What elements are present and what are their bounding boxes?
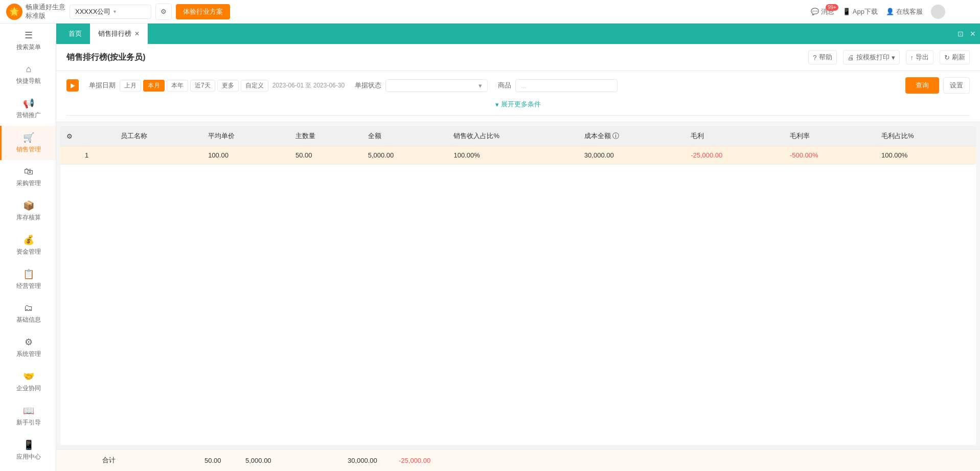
td-avg-price: 100.00	[202, 146, 289, 165]
filter-row-1: ▶ 单据日期 上月 本月 本年 近7天 更多 自定义 2023-06-01 至 …	[66, 77, 970, 94]
th-gross-ratio: 毛利占比%	[875, 126, 976, 146]
refresh-icon: ↻	[944, 54, 950, 61]
close-window-icon[interactable]: ✕	[970, 30, 976, 38]
sidebar-item-label: 采购管理	[16, 179, 41, 188]
td-quantity: 50.00	[289, 146, 362, 165]
sidebar-item-shortcut[interactable]: ⌂ 快捷导航	[0, 58, 56, 92]
sidebar-item-label: 快捷导航	[16, 77, 41, 85]
help-button[interactable]: ? 帮助	[808, 50, 836, 64]
maximize-icon[interactable]: ⊡	[958, 30, 964, 38]
td-gross: -25,000.00	[685, 146, 784, 165]
sidebar-item-label: 资金管理	[16, 248, 41, 256]
content-area: 首页 销售排行榜 ✕ ⊡ ✕ 销售排行榜(按业务员) ? 帮助	[56, 24, 980, 471]
sidebar-item-label: 应用中心	[16, 453, 41, 461]
marketing-icon: 📢	[23, 98, 34, 109]
th-amount: 全额	[362, 126, 448, 146]
date-btn-this-year[interactable]: 本年	[167, 80, 188, 92]
finance-icon: 💰	[23, 234, 34, 245]
sidebar-item-search[interactable]: ☰ 搜索菜单	[0, 24, 56, 58]
sidebar-item-basic[interactable]: 🗂 基础信息	[0, 297, 56, 330]
date-range-text: 2023-06-01 至 2023-06-30	[272, 81, 345, 90]
sidebar-item-sales[interactable]: 🛒 销售管理	[0, 126, 56, 160]
date-btn-7days[interactable]: 近7天	[190, 80, 215, 92]
th-gross: 毛利	[685, 126, 784, 146]
date-btn-custom[interactable]: 自定义	[241, 80, 268, 92]
th-gross-rate: 毛利率	[784, 126, 875, 146]
sidebar-item-ops[interactable]: 📋 经营管理	[0, 262, 56, 297]
sidebar-item-wechat[interactable]: 💬 企业微信	[0, 467, 56, 471]
sidebar-item-label: 库存核算	[16, 213, 41, 222]
filter-group-status: 单据状态 ▾	[355, 79, 488, 92]
print-chevron-icon: ▾	[892, 54, 895, 61]
home-icon: ⌂	[26, 64, 32, 75]
tab-window-controls: ⊡ ✕	[958, 30, 976, 38]
user-name	[953, 5, 974, 19]
date-btn-more[interactable]: 更多	[217, 80, 239, 92]
settings-filter-button[interactable]: 设置	[943, 77, 970, 94]
th-rank	[79, 126, 115, 146]
footer-cost: 30,000.00	[341, 455, 393, 466]
sidebar-item-system[interactable]: ⚙ 系统管理	[0, 330, 56, 365]
print-button[interactable]: 🖨 按模板打印 ▾	[843, 50, 900, 64]
th-cost: 成本全额 ⓘ	[578, 126, 685, 146]
table-row: 1 100.00 50.00 5,000.00 100.00% 30,000.0…	[60, 146, 976, 165]
th-settings[interactable]: ⚙	[60, 126, 79, 146]
query-button[interactable]: 查询	[905, 77, 939, 94]
settings-button[interactable]: ⚙	[155, 4, 172, 20]
footer-amount: 5,000.00	[239, 455, 290, 466]
sidebar: ☰ 搜索菜单 ⌂ 快捷导航 📢 营销推广 🛒 销售管理 🛍 采购管理 📦 库存核…	[0, 24, 56, 471]
date-filter-label: 单据日期	[89, 81, 116, 90]
sidebar-item-guide[interactable]: 📖 新手引导	[0, 399, 56, 433]
export-icon: ↑	[910, 54, 914, 61]
refresh-button[interactable]: ↻ 刷新	[940, 50, 970, 64]
company-name: XXXXX公司	[75, 7, 110, 16]
sidebar-item-purchase[interactable]: 🛍 采购管理	[0, 160, 56, 194]
service-icon: 👤	[886, 8, 894, 15]
date-btn-this-month[interactable]: 本月	[143, 80, 165, 92]
status-filter-label: 单据状态	[355, 81, 381, 90]
logo-icon: 🌟	[6, 4, 22, 20]
filter-toggle-button[interactable]: ▶	[66, 79, 79, 92]
trial-button[interactable]: 体验行业方案	[176, 4, 230, 19]
search-menu-icon: ☰	[25, 30, 33, 41]
footer-gross: -25,000.00	[393, 455, 444, 466]
expand-more-button[interactable]: ▾ 展开更多条件	[492, 97, 544, 112]
td-amount: 5,000.00	[362, 146, 448, 165]
sidebar-item-apps[interactable]: 📱 应用中心	[0, 433, 56, 467]
query-actions: 查询 设置	[905, 77, 970, 94]
tab-sales-ranking[interactable]: 销售排行榜 ✕	[90, 24, 148, 44]
online-service-button[interactable]: 👤 在线客服	[886, 7, 923, 16]
message-badge: 99+	[826, 4, 838, 11]
th-employee: 员工名称	[115, 126, 202, 146]
sidebar-item-collab[interactable]: 🤝 企业协同	[0, 365, 56, 399]
sidebar-item-inventory[interactable]: 📦 库存核算	[0, 194, 56, 228]
logo-text: 畅康通好生意 标准版	[26, 3, 65, 20]
sidebar-item-marketing[interactable]: 📢 营销推广	[0, 92, 56, 126]
tab-close-icon[interactable]: ✕	[134, 30, 140, 37]
footer-rank-col	[81, 458, 96, 462]
app-download-button[interactable]: 📱 App下载	[842, 7, 878, 16]
td-gross-rate: -500.00%	[784, 146, 875, 165]
message-button[interactable]: 💬 消息 99+	[811, 7, 834, 16]
table-header-row: ⚙ 员工名称 平均单价 主数量 全额 销售收入占比% 成本全额 ⓘ 毛利 毛利率…	[60, 126, 976, 146]
main-layout: ☰ 搜索菜单 ⌂ 快捷导航 📢 营销推广 🛒 销售管理 🛍 采购管理 📦 库存核…	[0, 24, 980, 471]
sidebar-item-finance[interactable]: 💰 资金管理	[0, 228, 56, 262]
td-settings	[60, 146, 79, 165]
status-select[interactable]: ▾	[385, 79, 488, 92]
goods-input[interactable]: ...	[515, 79, 618, 92]
filter-group-date: 单据日期 上月 本月 本年 近7天 更多 自定义 2023-06-01 至 20…	[89, 80, 345, 92]
td-rank: 1	[79, 146, 115, 165]
print-icon: 🖨	[848, 54, 854, 61]
export-button[interactable]: ↑ 导出	[906, 50, 934, 64]
sales-icon: 🛒	[23, 132, 34, 143]
sidebar-item-label: 系统管理	[16, 350, 41, 358]
basic-icon: 🗂	[24, 303, 33, 313]
avatar[interactable]	[931, 5, 945, 19]
date-btn-last-month[interactable]: 上月	[120, 80, 141, 92]
sidebar-item-label: 基础信息	[16, 316, 41, 324]
footer-quantity: 50.00	[198, 455, 239, 466]
guide-icon: 📖	[23, 405, 34, 416]
tab-home[interactable]: 首页	[60, 24, 90, 44]
tabs-bar: 首页 销售排行榜 ✕ ⊡ ✕	[56, 24, 980, 44]
company-selector[interactable]: XXXXX公司 ▾	[70, 5, 151, 19]
